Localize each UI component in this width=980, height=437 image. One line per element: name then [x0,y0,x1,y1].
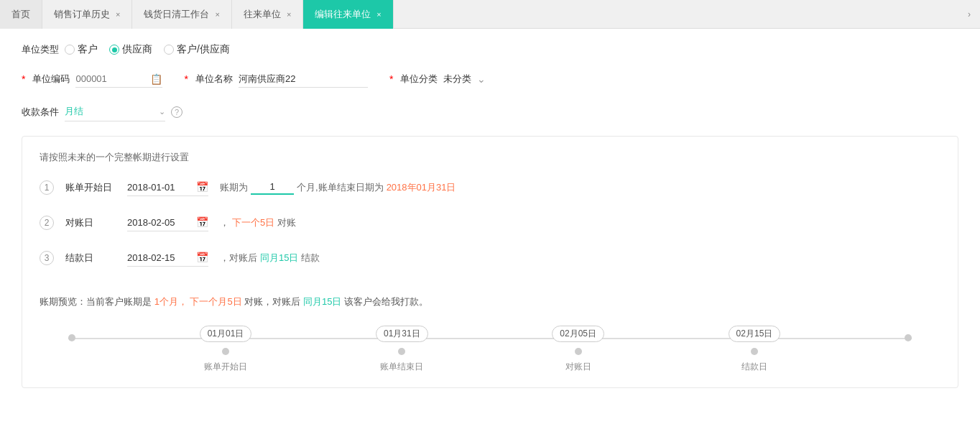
period-cal-2[interactable]: 📅 [196,216,208,228]
unit-code-input-wrapper: 📋 [75,70,162,88]
unit-name-star: * [184,73,188,85]
unit-type-row: 单位类型 客户 供应商 客户/供应商 [22,43,958,56]
tab-cashflow-close[interactable]: × [215,10,219,19]
unit-category-select[interactable]: 未分类 ⌄ [443,73,587,86]
period-row-1: 1 账单开始日 📅 账期为 个月,账单结束日期为 2018年01月31日 [40,178,940,196]
help-icon[interactable]: ? [171,106,182,118]
tab-edit-unit-close[interactable]: × [376,10,381,19]
timeline-badge-2: 02月05日 [552,326,604,342]
payment-terms-row: 收款条件 月结 ⌄ ? [22,102,958,121]
period-cal-3[interactable]: 📅 [196,252,208,263]
preview-part2: 下一个月5日 [190,296,241,307]
tab-sales-history[interactable]: 销售订单历史 × [42,0,132,29]
timeline-dot-0 [222,348,229,355]
radio-both[interactable]: 客户/供应商 [164,43,230,56]
tab-units[interactable]: 往来单位 × [232,0,303,29]
main-content: 单位类型 客户 供应商 客户/供应商 * 单位编码 [0,29,980,437]
period-desc-prefix: 账期为 [220,181,248,194]
preview-section: 账期预览：当前客户账期是 1个月， 下一个月5日 对账，对账后 同月15日 该客… [40,284,940,373]
period-desc-2-text: 对账 [277,216,296,229]
unit-category-arrow: ⌄ [477,73,486,85]
period-date-1: 📅 [127,178,208,196]
radio-customer[interactable]: 客户 [65,43,98,56]
tab-home[interactable]: 首页 [0,0,42,29]
timeline-items: 01月01日 账单开始日 01月31日 账单结束日 02月05日 [68,326,912,373]
tab-cashflow-label: 钱货日清工作台 [144,8,209,21]
tab-cashflow[interactable]: 钱货日清工作台 × [132,0,231,29]
unit-category-label: 单位分类 [400,73,438,86]
payment-terms-dropdown[interactable]: 月结 ⌄ [65,102,165,121]
period-desc-3-date: 同月15日 [260,252,298,264]
unit-name-input[interactable] [239,70,368,88]
unit-name-group: * 单位名称 [184,70,367,88]
radio-group: 客户 供应商 客户/供应商 [65,43,230,56]
period-desc-1: 账期为 个月,账单结束日期为 2018年01月31日 [220,180,456,195]
timeline-badge-3: 02月15日 [729,326,781,342]
preview-part3: 同月15日 [303,296,341,307]
timeline-sublabel-1: 账单结束日 [380,361,423,373]
unit-code-label: 单位编码 [32,73,70,86]
timeline-point-0: 01月01日 账单开始日 [200,326,252,373]
radio-customer-circle [65,45,75,55]
unit-type-group: 单位类型 客户 供应商 客户/供应商 [22,43,230,56]
timeline-dot-1 [398,348,405,355]
tab-home-label: 首页 [11,8,30,21]
tab-edit-unit[interactable]: 编辑往来单位 × [303,0,393,29]
period-date-3: 📅 [127,249,208,267]
period-date-2: 📅 [127,213,208,231]
tab-edit-unit-label: 编辑往来单位 [315,8,371,21]
period-desc-2-comma: ， [220,216,229,229]
unit-type-label: 单位类型 [22,43,59,56]
radio-customer-label: 客户 [78,43,98,56]
period-date-input-1[interactable] [127,182,192,193]
unit-code-input[interactable] [75,70,147,87]
preview-part1: 1个月， [154,296,188,307]
payment-terms-arrow: ⌄ [159,107,165,116]
card-instruction: 请按照未来的一个完整帐期进行设置 [40,151,940,164]
radio-supplier-circle [109,45,119,55]
timeline-sublabel-2: 对账日 [565,361,591,373]
period-date-input-2[interactable] [127,217,192,228]
radio-supplier-label: 供应商 [122,43,152,56]
period-card: 请按照未来的一个完整帐期进行设置 1 账单开始日 📅 账期为 个月,账单结束日期… [22,136,958,388]
period-label-1: 账单开始日 [65,181,116,194]
timeline-container: 01月01日 账单开始日 01月31日 账单结束日 02月05日 [40,326,940,373]
timeline-dot-3 [751,348,758,355]
timeline-left-dot [68,334,75,341]
preview-text: 账期预览：当前客户账期是 1个月， 下一个月5日 对账，对账后 同月15日 该客… [40,295,940,308]
period-months-input[interactable] [251,180,294,195]
period-date-input-3[interactable] [127,252,192,263]
period-num-3: 3 [40,251,54,265]
period-cal-1[interactable]: 📅 [196,181,208,193]
timeline-dot-2 [575,348,582,355]
timeline-point-3: 02月15日 结款日 [729,326,781,373]
unit-details-row: * 单位编码 📋 * 单位名称 * 单位分类 未分类 ⌄ [22,70,958,88]
tab-bar: 首页 销售订单历史 × 钱货日清工作台 × 往来单位 × 编辑往来单位 × › [0,0,980,29]
unit-code-icon[interactable]: 📋 [150,73,162,85]
period-row-3: 3 结款日 📅 ，对账后 同月15日 结款 [40,249,940,267]
timeline-sublabel-0: 账单开始日 [204,361,247,373]
payment-terms-group: 收款条件 月结 ⌄ ? [22,102,182,121]
period-desc-3-comma: ，对账后 [220,252,257,264]
unit-category-value: 未分类 [443,73,471,86]
timeline-right-dot [905,334,912,341]
unit-name-label: 单位名称 [195,73,233,86]
tab-sales-history-close[interactable]: × [116,10,120,19]
preview-mid: 对账，对账后 [244,296,300,307]
unit-code-group: * 单位编码 📋 [22,70,162,88]
payment-terms-value: 月结 [65,105,156,118]
period-desc-3: ，对账后 同月15日 结款 [220,252,320,264]
period-desc-3-text: 结款 [301,252,320,264]
timeline-sublabel-3: 结款日 [741,361,767,373]
preview-label: 账期预览：当前客户账期是 [40,296,152,307]
period-label-3: 结款日 [65,252,116,264]
unit-category-star: * [389,73,393,85]
timeline-right-endpoint [905,334,912,341]
unit-code-star: * [22,73,25,85]
timeline-badge-1: 01月31日 [376,326,428,342]
tab-arrow[interactable]: › [958,0,980,29]
period-desc-suffix: 个月,账单结束日期为 [297,181,384,194]
tab-units-close[interactable]: × [287,10,291,19]
period-end-date: 2018年01月31日 [387,181,456,194]
radio-supplier[interactable]: 供应商 [109,43,152,56]
